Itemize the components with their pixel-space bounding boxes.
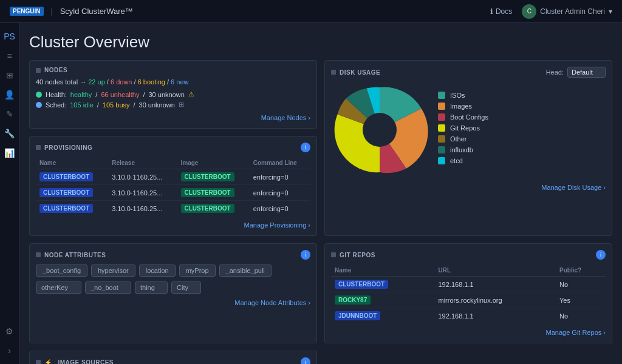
attr-dropdown[interactable]: otherKey (36, 281, 81, 294)
attr-tag[interactable]: _ansible_pull (219, 265, 272, 277)
image-sources-info-icon[interactable]: i (301, 357, 310, 364)
node-attr-manage-link[interactable]: Manage Node Attributes › (36, 298, 310, 307)
provisioning-manage-link[interactable]: Manage Provisioning › (36, 221, 310, 229)
git-repo-row: JDUNNBOOT 192.168.1.1 No (331, 308, 606, 324)
node-attr-title: NODE ATTRIBUTES (36, 252, 106, 258)
sidebar-item-expand[interactable]: › (1, 342, 18, 359)
logo-area: PENGUIN | Scyld ClusterWare™ (10, 7, 133, 16)
sched-unknown: 30 unknown (139, 101, 175, 109)
prov-name[interactable]: CLUSTERBOOT (36, 201, 108, 217)
git-repos-info-icon[interactable]: i (596, 250, 606, 260)
git-col-public: Public? (556, 265, 606, 277)
attr-dropdown[interactable]: thing (135, 281, 168, 294)
sidebar-bottom: ⚙ › (1, 323, 18, 359)
git-name[interactable]: ROCKY87 (331, 292, 435, 308)
prov-name[interactable]: CLUSTERBOOT (36, 169, 108, 185)
git-col-name: Name (331, 265, 435, 277)
legend-color-git-repos (438, 124, 445, 132)
nodes-booting: 6 booting (138, 78, 165, 86)
col-name: Name (36, 157, 108, 169)
head-select[interactable]: Default (567, 67, 606, 78)
attr-tag[interactable]: _boot_config (36, 265, 87, 277)
git-name[interactable]: JDUNNBOOT (331, 308, 435, 324)
prov-image[interactable]: CLUSTERBOOT (177, 169, 250, 185)
disk-header: DISK USAGE Head: Default (331, 67, 606, 78)
git-url: mirrors.rockylinux.org (435, 292, 556, 308)
attr-tag[interactable]: myProp (179, 265, 216, 277)
image-sources-header: ⚡IMAGE SOURCES i (36, 357, 310, 364)
git-name[interactable]: CLUSTERBOOT (331, 277, 435, 292)
sidebar-item-ps[interactable]: PS (1, 28, 18, 45)
page-title: Cluster Overview (29, 33, 612, 52)
sched-idle: 105 idle (70, 101, 94, 109)
sidebar-item-grid[interactable]: ⊞ (1, 67, 18, 84)
git-repo-row: ROCKY87 mirrors.rockylinux.org Yes (331, 292, 606, 308)
image-sources-title: ⚡IMAGE SOURCES (36, 359, 114, 365)
attr-dropdown[interactable]: _no_boot (85, 281, 131, 294)
legend-images: Images (438, 103, 606, 110)
chevron-down-icon: ▾ (609, 7, 612, 16)
prov-name[interactable]: CLUSTERBOOT (36, 185, 108, 201)
sidebar: PS ≡ ⊞ 👤 ✎ 🔧 📊 ⚙ › (0, 23, 19, 364)
provisioning-card: PROVISIONING i Name Release Image Comman… (29, 136, 317, 236)
sidebar-item-chart[interactable]: 📊 (1, 144, 18, 161)
nodes-title: NODES (36, 67, 67, 73)
dashboard-grid: NODES 40 nodes total → 22 up / 6 down / … (29, 60, 612, 364)
legend-color-etcd (438, 157, 445, 164)
disk-content: ISOs Images Boot Configs Git Repos (331, 81, 606, 178)
nodes-down: 6 down (111, 78, 132, 86)
sidebar-item-settings[interactable]: ⚙ (1, 323, 18, 340)
nodes-header: NODES (36, 67, 310, 73)
health-status: healthy (70, 91, 92, 98)
provisioning-title: PROVISIONING (36, 144, 92, 151)
health-indicator (36, 92, 42, 98)
pie-chart (331, 81, 428, 178)
prov-release: 3.10.0-1160.25... (108, 169, 177, 185)
head-select-wrap: Head: Default (546, 67, 606, 78)
legend-color-boot-configs (438, 113, 445, 121)
git-repos-manage-link[interactable]: Manage Git Repos › (331, 328, 606, 337)
git-repos-header: GIT REPOS i (331, 250, 606, 260)
prov-image[interactable]: CLUSTERBOOT (177, 201, 250, 217)
git-url: 192.168.1.1 (435, 277, 556, 292)
sidebar-item-menu[interactable]: ≡ (1, 47, 18, 64)
attr-tag[interactable]: hypervisor (91, 265, 135, 277)
legend-git-repos: Git Repos (438, 124, 606, 132)
attr-static-tags: _boot_confighypervisorlocationmyProp_ans… (36, 265, 310, 277)
prov-image[interactable]: CLUSTERBOOT (177, 185, 250, 201)
health-unhealthy: 66 unhealthy (101, 91, 139, 98)
provisioning-row: CLUSTERBOOT 3.10.0-1160.25... CLUSTERBOO… (36, 169, 310, 185)
git-url: 192.168.1.1 (435, 308, 556, 324)
legend-boot-configs: Boot Configs (438, 113, 606, 121)
health-label: Health: (46, 91, 67, 98)
attr-tag[interactable]: location (139, 265, 176, 277)
warning-icon: ⚠ (188, 90, 194, 98)
git-col-url: URL (435, 265, 556, 277)
provisioning-row: CLUSTERBOOT 3.10.0-1160.25... CLUSTERBOO… (36, 201, 310, 217)
image-sources-card: ⚡IMAGE SOURCES i Repositories scyldiscoR… (29, 351, 317, 364)
prov-cmd: enforcing=0 (250, 185, 310, 201)
provisioning-info-icon[interactable]: i (301, 143, 310, 152)
sidebar-item-user[interactable]: 👤 (1, 86, 18, 103)
top-nav: PENGUIN | Scyld ClusterWare™ ℹ Docs C Cl… (0, 0, 622, 23)
git-repos-title: GIT REPOS (331, 252, 375, 258)
user-avatar: C (522, 4, 536, 19)
nodes-total: 40 nodes total (36, 78, 78, 86)
info-icon: ℹ (490, 7, 493, 16)
sidebar-item-edit[interactable]: ✎ (1, 106, 18, 123)
nodes-up: 22 up (88, 78, 105, 86)
legend-color-images (438, 103, 445, 110)
legend-color-influxdb (438, 146, 445, 153)
attr-dropdown[interactable]: City (171, 281, 201, 294)
col-cmdline: Command Line (250, 157, 310, 169)
disk-usage-card: DISK USAGE Head: Default (324, 60, 612, 236)
head-label: Head: (546, 69, 564, 76)
disk-manage-link[interactable]: Manage Disk Usage › (331, 183, 606, 192)
nodes-manage-link[interactable]: Manage Nodes › (36, 113, 310, 122)
docs-button[interactable]: ℹ Docs (490, 7, 512, 16)
user-menu[interactable]: C Cluster Admin Cheri ▾ (522, 4, 612, 19)
node-attr-info-icon[interactable]: i (301, 250, 310, 260)
prov-release: 3.10.0-1160.25... (108, 185, 177, 201)
nodes-card: NODES 40 nodes total → 22 up / 6 down / … (29, 60, 317, 129)
sidebar-item-tools[interactable]: 🔧 (1, 125, 18, 142)
